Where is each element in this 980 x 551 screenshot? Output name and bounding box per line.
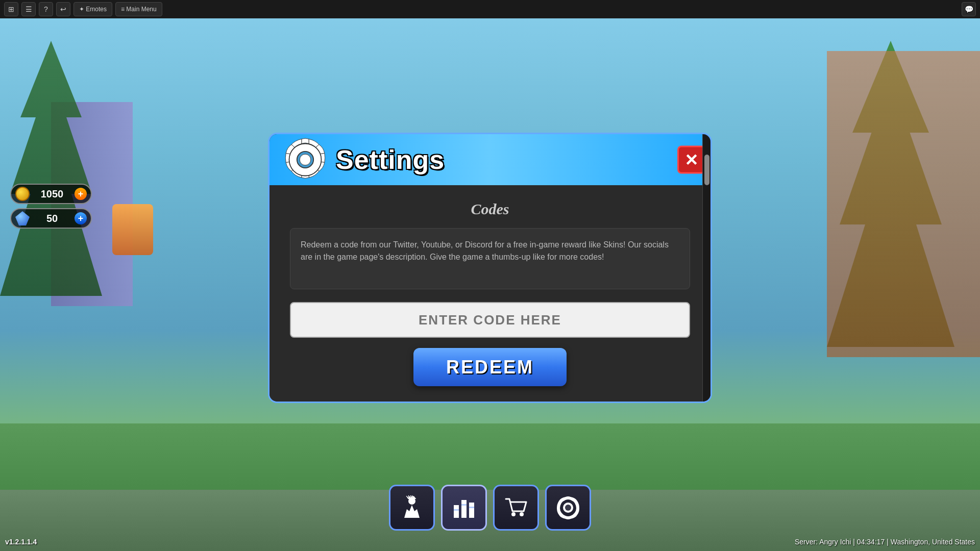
back-button[interactable]: ↩	[56, 2, 70, 16]
menu-button[interactable]: ☰	[21, 2, 36, 16]
main-menu-button[interactable]: ≡ Main Menu	[115, 2, 162, 16]
chat-button[interactable]: 💬	[962, 2, 976, 16]
modal-overlay: Settings ✕ Codes Redeem a code from our …	[0, 26, 980, 551]
close-icon: ✕	[684, 150, 698, 169]
codes-section-title: Codes	[290, 201, 690, 218]
code-input[interactable]	[290, 302, 690, 338]
redeem-button[interactable]: REDEEM	[413, 348, 567, 386]
scrollbar[interactable]	[702, 134, 710, 402]
gear-icon	[275, 134, 336, 185]
settings-modal: Settings ✕ Codes Redeem a code from our …	[268, 133, 712, 403]
help-button[interactable]: ?	[39, 2, 53, 16]
main-menu-label: ≡ Main Menu	[121, 6, 157, 13]
emotes-label: ✦ Emotes	[79, 6, 107, 13]
redeem-label: REDEEM	[446, 357, 534, 378]
scrollbar-thumb[interactable]	[704, 155, 709, 185]
svg-point-2	[300, 154, 311, 165]
emotes-button[interactable]: ✦ Emotes	[74, 2, 112, 16]
modal-title: Settings	[336, 144, 445, 175]
codes-description: Redeem a code from our Twitter, Youtube,…	[290, 228, 690, 289]
topbar: ⊞ ☰ ? ↩ ✦ Emotes ≡ Main Menu 💬	[0, 0, 980, 18]
close-button[interactable]: ✕	[677, 146, 705, 174]
modal-body: Codes Redeem a code from our Twitter, Yo…	[270, 185, 710, 402]
home-button[interactable]: ⊞	[4, 2, 18, 16]
modal-header: Settings ✕	[270, 134, 710, 185]
codes-description-text: Redeem a code from our Twitter, Youtube,…	[301, 240, 669, 261]
